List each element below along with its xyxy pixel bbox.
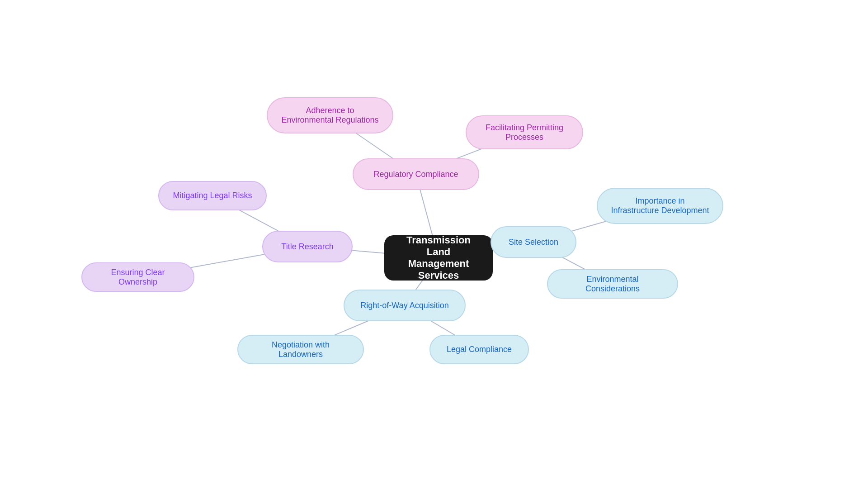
node-env-considerations: Environmental Considerations	[547, 269, 678, 299]
node-mitigating-legal-risks: Mitigating Legal Risks	[158, 181, 267, 210]
node-adherence-env-reg: Adherence to Environmental Regulations	[267, 97, 393, 133]
node-negotiation-landowners: Negotiation with Landowners	[237, 335, 364, 364]
node-center: Transmission Land Management Services	[384, 235, 493, 281]
node-site-selection: Site Selection	[491, 226, 576, 258]
node-right-of-way: Right-of-Way Acquisition	[344, 290, 466, 321]
node-importance-infra: Importance in Infrastructure Development	[597, 188, 723, 224]
mind-map-canvas: Transmission Land Management ServicesReg…	[0, 0, 868, 490]
node-facilitating-permitting: Facilitating Permitting Processes	[466, 115, 583, 149]
node-title-research: Title Research	[262, 231, 353, 262]
node-legal-compliance: Legal Compliance	[429, 335, 529, 364]
node-ensuring-clear-ownership: Ensuring Clear Ownership	[81, 262, 194, 292]
node-regulatory-compliance: Regulatory Compliance	[353, 158, 479, 190]
